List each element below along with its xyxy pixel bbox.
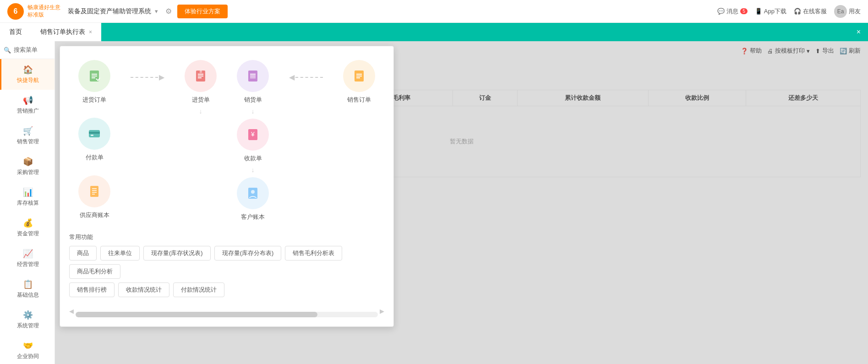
logo-text: 畅康通好生意 标准版 xyxy=(27,4,60,18)
sidebar-item-system[interactable]: ⚙️ 系统管理 xyxy=(0,304,55,335)
tab-home[interactable]: 首页 xyxy=(0,23,31,41)
btn-sales-rank[interactable]: 销售排行榜 xyxy=(69,283,115,297)
avatar: Ea xyxy=(834,5,847,18)
scrollbar-thumb xyxy=(76,312,317,317)
sidebar-item-finance[interactable]: 💰 资金管理 xyxy=(0,212,55,243)
sidebar-item-operation[interactable]: 📈 经营管理 xyxy=(0,243,55,274)
app-download-btn[interactable]: 📱 App下载 xyxy=(755,7,786,16)
svg-rect-5 xyxy=(89,132,100,134)
logo-area: 6 畅康通好生意 标准版 xyxy=(7,3,62,20)
arrow-1: ▶ xyxy=(131,73,164,81)
sidebar-item-marketing[interactable]: 📢 营销推广 xyxy=(0,90,55,120)
main-content: ❓ 帮助 🖨 按模板打印 ▾ ⬆ 导出 🔄 刷新 xyxy=(55,41,868,364)
enterprise-icon: 🤝 xyxy=(23,341,33,351)
sidebar-item-base-info[interactable]: 📋 基础信息 xyxy=(0,274,55,304)
flow-item-purchase-bill[interactable]: 单 进货单 xyxy=(185,60,217,104)
message-btn[interactable]: 💬 消息 5 xyxy=(717,7,748,16)
down-arrow-1: ↓ xyxy=(199,108,202,115)
payment-icon xyxy=(78,118,110,150)
scrollbar[interactable] xyxy=(76,312,378,317)
gear-icon[interactable]: ⚙ xyxy=(165,7,172,16)
home-icon: 🏠 xyxy=(23,65,33,75)
base-info-icon: 📋 xyxy=(23,279,33,289)
common-btns-row2: 销售排行榜 收款情况统计 付款情况统计 xyxy=(69,283,384,297)
supplier-ledger-icon xyxy=(78,175,110,207)
common-btns-row1: 商品 往来单位 现存量(库存状况表) 现存量(库存分布表) 销售毛利分析表 商品… xyxy=(69,246,384,279)
inventory-icon: 📊 xyxy=(23,187,33,197)
system-title: 装备及固定资产辅助管理系统 xyxy=(68,7,151,16)
marketing-icon: 📢 xyxy=(23,95,33,105)
scroll-left-btn[interactable]: ◀ xyxy=(69,308,74,315)
flow-item-sales-order[interactable]: 销售订单 xyxy=(343,60,375,104)
btn-stock-dist[interactable]: 现存量(库存分布表) xyxy=(214,246,282,261)
svg-rect-6 xyxy=(91,135,93,136)
purchase-bill-icon: 单 xyxy=(185,60,217,92)
svg-point-24 xyxy=(251,190,255,194)
purchase-icon: 📦 xyxy=(23,157,33,167)
svg-rect-7 xyxy=(90,186,98,197)
message-badge: 5 xyxy=(740,8,748,14)
close-all-tabs-btn[interactable]: × xyxy=(849,28,868,36)
header-center: ⚙ 体验行业方案 xyxy=(158,5,717,18)
sidebar-item-purchase[interactable]: 📦 采购管理 xyxy=(0,151,55,182)
common-functions-title: 常用功能 xyxy=(69,233,384,241)
scroll-area: ◀ ▶ xyxy=(69,304,384,317)
search-icon: 🔍 xyxy=(4,47,11,54)
message-icon: 💬 xyxy=(717,8,725,15)
down-arrow-2: ↓ xyxy=(251,108,255,115)
btn-payment-stats[interactable]: 付款情况统计 xyxy=(173,283,224,297)
tab-close-icon[interactable]: × xyxy=(89,29,92,35)
down-arrow-3: ↓ xyxy=(251,166,255,174)
operation-icon: 📈 xyxy=(23,249,33,259)
sidebar-item-enterprise[interactable]: 🤝 企业协同 xyxy=(0,335,55,364)
btn-product-margin[interactable]: 商品毛利分析 xyxy=(69,264,120,279)
logo-icon: 6 xyxy=(7,3,24,20)
sidebar-item-sales[interactable]: 🛒 销售管理 xyxy=(0,120,55,151)
flow-item-receipt[interactable]: ¥ 收款单 xyxy=(237,119,269,163)
search-menu[interactable]: 🔍 搜索菜单 xyxy=(0,41,55,59)
sidebar-item-inventory[interactable]: 📊 库存核算 xyxy=(0,182,55,212)
btn-sales-margin[interactable]: 销售毛利分析表 xyxy=(285,246,342,261)
trial-button[interactable]: 体验行业方案 xyxy=(177,5,228,18)
popup-overlay: 进货订单 付款单 xyxy=(55,41,868,364)
arrow-2: ◀ xyxy=(289,73,323,81)
user-menu-btn[interactable]: Ea 用友 xyxy=(834,5,861,18)
online-service-btn[interactable]: 🎧 在线客服 xyxy=(794,7,827,16)
purchase-order-icon xyxy=(78,60,110,92)
sidebar-item-quick-guide[interactable]: 🏠 快捷导航 xyxy=(0,59,55,90)
phone-icon: 📱 xyxy=(755,8,762,15)
flow-item-customer-ledger[interactable]: 客户账本 xyxy=(237,177,269,221)
sales-bill-icon xyxy=(237,60,269,92)
system-icon: ⚙️ xyxy=(23,310,33,320)
receipt-icon: ¥ xyxy=(237,119,269,151)
top-header: 6 畅康通好生意 标准版 装备及固定资产辅助管理系统 ▾ ⚙ 体验行业方案 💬 … xyxy=(0,0,868,23)
svg-text:¥: ¥ xyxy=(251,130,255,138)
btn-stock-status[interactable]: 现存量(库存状况表) xyxy=(143,246,211,261)
svg-text:单: 单 xyxy=(199,70,202,73)
layout: 🔍 搜索菜单 🏠 快捷导航 📢 营销推广 🛒 销售管理 📦 采购管理 📊 库存核… xyxy=(0,41,868,364)
btn-partners[interactable]: 往来单位 xyxy=(100,246,140,261)
popup-panel: 进货订单 付款单 xyxy=(60,46,394,327)
flow-item-payment[interactable]: 付款单 xyxy=(78,118,110,162)
flow-item-sales-bill[interactable]: 销货单 xyxy=(237,60,269,104)
header-right: 💬 消息 5 📱 App下载 🎧 在线客服 Ea 用友 xyxy=(717,5,861,18)
sidebar: 🔍 搜索菜单 🏠 快捷导航 📢 营销推广 🛒 销售管理 📦 采购管理 📊 库存核… xyxy=(0,41,55,364)
flow-diagram: 进货订单 付款单 xyxy=(69,55,384,226)
flow-item-purchase-order[interactable]: 进货订单 xyxy=(78,60,110,104)
sales-order-icon xyxy=(343,60,375,92)
common-functions-section: 常用功能 商品 往来单位 现存量(库存状况表) 现存量(库存分布表) 销售毛利分… xyxy=(69,233,384,297)
finance-icon: 💰 xyxy=(23,218,33,228)
nav-tabs: 首页 销售订单执行表 × × xyxy=(0,23,868,41)
customer-ledger-icon xyxy=(237,177,269,209)
scroll-right-btn[interactable]: ▶ xyxy=(380,308,384,315)
tab-sales-order[interactable]: 销售订单执行表 × xyxy=(31,23,101,41)
btn-receipt-stats[interactable]: 收款情况统计 xyxy=(118,283,169,297)
flow-item-supplier-ledger[interactable]: 供应商账本 xyxy=(78,175,110,219)
btn-product[interactable]: 商品 xyxy=(69,246,97,261)
dropdown-icon[interactable]: ▾ xyxy=(155,8,158,15)
sales-icon: 🛒 xyxy=(23,126,33,136)
headset-icon: 🎧 xyxy=(794,8,801,15)
